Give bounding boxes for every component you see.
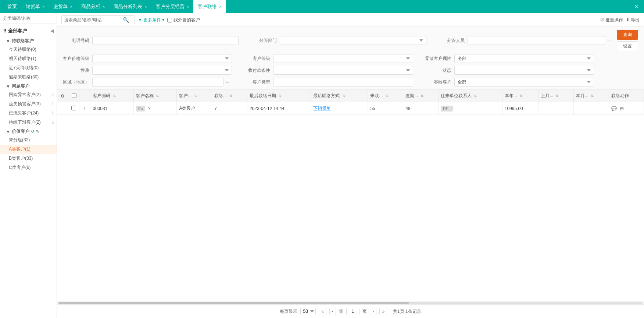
filter-row-3: 性质 收付款条件 状态	[63, 66, 638, 75]
gear-icon[interactable]: ⚙	[61, 93, 65, 99]
close-purchase-order-icon[interactable]: ×	[70, 4, 72, 9]
table-header-row: ⚙ 客户编码 ⇅ 客户名称 ⇅	[57, 90, 644, 102]
dept-field: 分管部门	[250, 36, 426, 45]
contact-method-link[interactable]: 下销货单	[313, 106, 331, 111]
sidebar-item-today-contact[interactable]: 今天待联络(0)	[0, 45, 57, 54]
staff-input[interactable]	[468, 36, 605, 45]
horizontal-scrollbar[interactable]	[57, 301, 644, 304]
action-icon-2[interactable]: ⊞	[620, 106, 624, 111]
close-product-analysis-icon[interactable]: ×	[103, 4, 105, 9]
td-num: 1	[79, 102, 90, 115]
sort-icon-thismonth: ⇅	[591, 94, 594, 98]
top-navigation: 首页 销货单 × 进货单 × 商品分析 × 商品分析列表 × 客户分层经营 × …	[0, 0, 644, 13]
sidebar-item-repurchase-abnormal[interactable]: 回购异常客户(2) ℹ	[0, 90, 57, 99]
payment-select[interactable]	[273, 66, 413, 75]
td-last-contact-date: 2023-04-12 14:44:	[247, 102, 311, 115]
pagination-bar: 每页显示 50 « ‹ 第 页 › » 共1页 1条记录	[57, 304, 644, 318]
group-pending-contact[interactable]: ▼ 待联络客户	[0, 36, 57, 45]
info-icon-3: ℹ	[52, 111, 54, 116]
info-icon-4: ℹ	[52, 120, 54, 125]
price-level-select[interactable]	[92, 54, 232, 63]
nav-product-analysis-list[interactable]: 商品分析列表 ×	[109, 0, 151, 13]
refresh-icon[interactable]: ↺	[31, 129, 34, 134]
phone-input[interactable]	[92, 36, 239, 45]
query-button[interactable]: 查询	[617, 30, 638, 40]
filter-search-container: 🔍	[61, 15, 135, 24]
sidebar-item-a-class[interactable]: A类客户(1)	[0, 145, 57, 154]
row-checkbox[interactable]	[71, 106, 76, 110]
sidebar-item-7day-contact[interactable]: 近7天待联络(0)	[0, 63, 57, 73]
nav-customer-contact[interactable]: 客户联络 ×	[193, 0, 226, 13]
first-page-button[interactable]: «	[319, 308, 326, 315]
info-icon-2: ℹ	[52, 102, 54, 106]
close-sales-order-icon[interactable]: ×	[42, 4, 44, 9]
sidebar-item-overdue-contact[interactable]: 逾期未联络(30)	[0, 73, 57, 82]
status-select[interactable]	[454, 66, 594, 75]
batch-operation-button[interactable]: ☑ 批量操作	[600, 17, 623, 23]
content-area: 🔍 ▼ 更多条件 ▾ 我分管的客户 ☑ 批量操作 ⬆ 导出	[57, 13, 644, 318]
th-last-contact-method: 最后联络方式 ⇅	[311, 90, 368, 102]
sidebar-item-churned[interactable]: 已流失客户(24) ℹ	[0, 109, 57, 118]
region-dots-icon[interactable]: ···	[223, 79, 232, 85]
filter-search-input[interactable]	[64, 17, 123, 22]
nav-purchase-order[interactable]: 进货单 ×	[49, 0, 76, 13]
th-customer-code: 客户编码 ⇅	[90, 90, 134, 102]
filter-panel: 电话号码 分管部门 分管人员 ··· 查询 设置	[57, 27, 644, 90]
dept-select[interactable]	[280, 36, 426, 45]
retail-attr-select[interactable]: 全部	[454, 54, 594, 63]
sidebar-item-tomorrow-contact[interactable]: 明天待联络(1)	[0, 54, 57, 63]
group-value-customers[interactable]: ▼ 价值客户 ↺ ✎	[0, 127, 57, 135]
region-input[interactable]	[92, 78, 223, 86]
td-last-month	[539, 102, 574, 115]
td-check	[69, 102, 79, 115]
close-window-button[interactable]: ×	[632, 3, 641, 10]
nav-home[interactable]: 首页	[3, 0, 21, 13]
my-customers-checkbox[interactable]	[167, 18, 172, 22]
all-customers-header[interactable]: ⠿ 全部客户 ◀	[0, 25, 57, 36]
nav-product-analysis[interactable]: 商品分析 ×	[77, 0, 109, 13]
sidebar-item-b-class[interactable]: B类客户(33)	[0, 154, 57, 163]
group-problem-customers[interactable]: ▼ 问题客户	[0, 82, 57, 90]
retail-attr-field: 零散客户属性 全部	[425, 54, 594, 63]
export-button[interactable]: ⬆ 导出	[626, 17, 640, 23]
collapse-icon[interactable]: ◀	[50, 28, 54, 33]
page-size-select[interactable]: 50	[300, 308, 316, 315]
sidebar-search-input[interactable]	[3, 16, 57, 21]
customer-level-select[interactable]	[273, 54, 413, 63]
customer-type-input[interactable]	[273, 78, 413, 86]
close-customer-contact-icon[interactable]: ×	[219, 4, 221, 9]
region-field: 区域（地区） ···	[63, 78, 232, 86]
sidebar-item-c-class[interactable]: C类客户(6)	[0, 163, 57, 172]
next-page-button[interactable]: ›	[370, 308, 376, 315]
sidebar-item-churn-warning[interactable]: 流失预警客户(3) ℹ	[0, 99, 57, 109]
sidebar-search-container: 🔍	[0, 13, 57, 24]
nav-sales-order[interactable]: 销货单 ×	[21, 0, 49, 13]
page-number-input[interactable]	[346, 308, 359, 315]
close-product-analysis-list-icon[interactable]: ×	[144, 4, 147, 9]
data-table: ⚙ 客户编码 ⇅ 客户名称 ⇅	[57, 90, 644, 115]
sidebar-item-declining[interactable]: 持续下滑客户(2) ℹ	[0, 118, 57, 127]
sort-icon-method: ⇅	[342, 94, 345, 98]
select-all-checkbox[interactable]	[72, 93, 76, 98]
nature-select[interactable]	[92, 66, 232, 75]
filter-toolbar: 🔍 ▼ 更多条件 ▾ 我分管的客户 ☑ 批量操作 ⬆ 导出	[57, 13, 644, 27]
filter-row-2: 客户价格等级 客户等级 零散客户属性 全部	[63, 54, 638, 63]
nav-customer-segment[interactable]: 客户分层经营 ×	[151, 0, 193, 13]
td-gear	[57, 102, 69, 115]
sort-icon-year: ⇅	[519, 94, 522, 98]
last-page-button[interactable]: »	[379, 308, 387, 315]
settings-button[interactable]: 设置	[617, 41, 638, 51]
more-filters-button[interactable]: ▼ 更多条件 ▾	[138, 17, 164, 23]
info-icon: ℹ	[52, 92, 54, 97]
close-customer-segment-icon[interactable]: ×	[187, 4, 189, 9]
prev-page-button[interactable]: ‹	[329, 308, 336, 315]
staff-dots-icon[interactable]: ···	[605, 38, 614, 43]
action-icon-1[interactable]: 💬	[611, 106, 617, 111]
edit-icon[interactable]: ✎	[36, 129, 39, 134]
price-level-field: 客户价格等级	[63, 54, 232, 63]
sidebar-item-ungrouped[interactable]: 未分组(32)	[0, 135, 57, 145]
th-last-contact-date: 最后联络日期 ⇅	[247, 90, 311, 102]
th-contact-count: 联络... ⇅	[212, 90, 247, 102]
filter-icon: ▼	[138, 17, 142, 22]
retail-customer-select[interactable]: 全部	[454, 78, 594, 86]
